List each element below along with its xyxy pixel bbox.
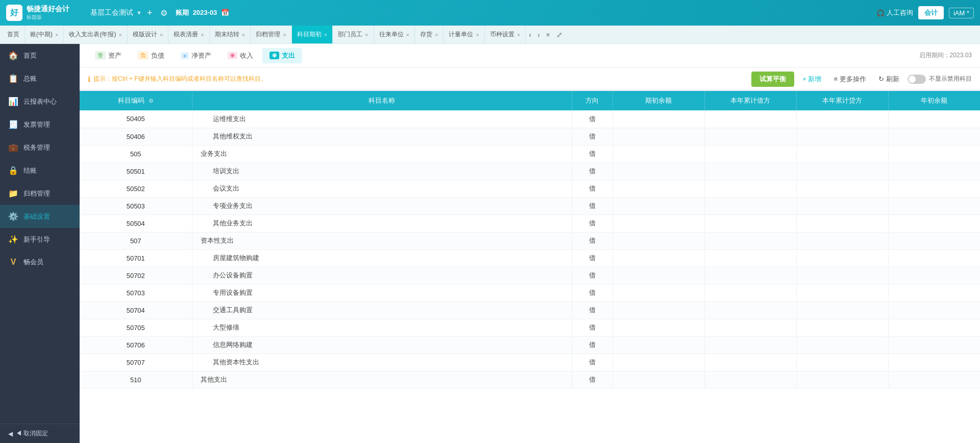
sub-tab-income[interactable]: ⊕ 收入 — [220, 48, 260, 63]
add-tab-button[interactable]: + — [147, 8, 153, 18]
project-selector[interactable]: 基层工会测试 ▼ — [90, 8, 142, 17]
tab-archive[interactable]: 归档管理 × — [251, 26, 291, 43]
close-icon[interactable]: × — [201, 32, 204, 38]
project-name: 基层工会测试 — [90, 8, 133, 17]
settings-icon[interactable]: ⚙ — [160, 8, 167, 18]
sidebar-item-tax[interactable]: 💼 税务管理 — [0, 136, 80, 159]
sidebar-item-ledger[interactable]: 📋 总账 — [0, 67, 80, 90]
user-role-button[interactable]: 会计 — [918, 6, 944, 19]
close-icon[interactable]: × — [160, 32, 163, 38]
sub-tab-asset[interactable]: 资 资产 — [88, 48, 129, 63]
tab-ledger[interactable]: 账(中期) × — [25, 26, 64, 43]
sub-tab-expenditure[interactable]: ⊕ 支出 — [262, 48, 302, 63]
tab-currency-label: 币种设置 — [490, 30, 514, 39]
sidebar-collapse-button[interactable]: ◀ ◀ 取消固定 — [0, 424, 80, 443]
sidebar-item-settings[interactable]: ⚙️ 基础设置 — [0, 205, 80, 228]
tab-scroll-left[interactable]: ‹ — [526, 26, 534, 43]
tab-income-label: 收入支出表(年报) — [69, 30, 116, 39]
more-icon: ≡ — [834, 75, 838, 83]
table-row[interactable]: 507 资本性支出 借 — [80, 232, 980, 249]
toggle-disabled-switch[interactable] — [908, 75, 926, 84]
tab-dept-staff[interactable]: 部门员工 × — [333, 26, 374, 43]
calendar-icon[interactable]: 📅 — [221, 9, 229, 16]
tab-unit[interactable]: 计量单位 × — [444, 26, 484, 43]
close-all-tabs-button[interactable]: × — [543, 26, 553, 43]
close-icon[interactable]: × — [283, 32, 286, 38]
sidebar-item-member[interactable]: V 畅会员 — [0, 251, 80, 273]
tab-tax[interactable]: 税表清册 × — [168, 26, 209, 43]
table-row[interactable]: 50501 培训支出 借 — [80, 162, 980, 180]
gear-icon[interactable]: ⚙ — [149, 98, 154, 104]
more-actions-button[interactable]: ≡ 更多操作 — [829, 73, 870, 86]
cell-ytd-debit — [704, 371, 796, 388]
refresh-button[interactable]: ↻ 刷新 — [874, 73, 903, 86]
table-row[interactable]: 50406 其他维权支出 借 — [80, 128, 980, 145]
expand-icon[interactable]: ⤢ — [553, 26, 566, 43]
guide-icon: ✨ — [8, 235, 18, 244]
table-row[interactable]: 50704 交通工具购置 借 — [80, 301, 980, 319]
table-row[interactable]: 50405 运维维支出 借 — [80, 110, 980, 128]
sidebar-item-invoice[interactable]: 🧾 发票管理 — [0, 113, 80, 136]
cell-name: 其他资本性支出 — [192, 354, 572, 371]
tab-ledger-label: 账(中期) — [30, 30, 53, 39]
tab-inventory[interactable]: 存货 × — [415, 26, 444, 43]
sub-tab-liability[interactable]: 负 负债 — [131, 48, 172, 63]
tab-scroll-right[interactable]: › — [534, 26, 543, 43]
tab-template[interactable]: 模版设计 × — [128, 26, 168, 43]
close-icon[interactable]: × — [476, 32, 479, 38]
cell-year-start — [888, 180, 980, 197]
cell-direction: 借 — [572, 197, 612, 215]
tab-home[interactable]: 首页 — [2, 26, 25, 43]
tab-income-report[interactable]: 收入支出表(年报) × — [64, 26, 127, 43]
tab-period-end[interactable]: 期末结转 × — [210, 26, 251, 43]
close-icon[interactable]: × — [242, 32, 245, 38]
sidebar-tax-label: 税务管理 — [23, 143, 50, 152]
close-icon[interactable]: × — [118, 32, 121, 38]
sidebar-item-guide[interactable]: ✨ 新手引导 — [0, 228, 80, 251]
cell-init-balance — [612, 249, 704, 267]
table-row[interactable]: 510 其他支出 借 — [80, 371, 980, 388]
cell-code: 50704 — [80, 301, 192, 319]
table-row[interactable]: 50703 专用设备购置 借 — [80, 284, 980, 301]
table-row[interactable]: 50702 办公设备购置 借 — [80, 267, 980, 284]
sidebar-item-archive[interactable]: 📁 归档管理 — [0, 182, 80, 205]
table-row[interactable]: 505 业务支出 借 — [80, 145, 980, 162]
col-header-ytd-credit: 本年累计贷方 — [796, 91, 888, 110]
close-icon[interactable]: × — [435, 32, 438, 38]
close-icon[interactable]: × — [324, 32, 327, 38]
tab-inventory-label: 存货 — [420, 30, 432, 39]
iab-label: iAM * — [949, 8, 974, 18]
cell-direction: 借 — [572, 162, 612, 180]
table-row[interactable]: 50503 专项业务支出 借 — [80, 197, 980, 215]
table-row[interactable]: 50701 房屋建筑物购建 借 — [80, 249, 980, 267]
tab-currency[interactable]: 币种设置 × — [485, 26, 526, 43]
cell-direction: 借 — [572, 128, 612, 145]
tab-counterpart[interactable]: 往来单位 × — [374, 26, 415, 43]
sub-tab-net-asset[interactable]: ≡ 净资产 — [174, 48, 218, 63]
cell-ytd-debit — [704, 336, 796, 354]
cell-ytd-debit — [704, 197, 796, 215]
close-icon[interactable]: × — [517, 32, 520, 38]
balance-button[interactable]: 试算平衡 — [751, 72, 794, 87]
table-row[interactable]: 50502 会议支出 借 — [80, 180, 980, 197]
table-row[interactable]: 50705 大型修缮 借 — [80, 319, 980, 336]
table-row[interactable]: 50706 信息网络购建 借 — [80, 336, 980, 354]
table-row[interactable]: 50504 其他业务支出 借 — [80, 215, 980, 232]
cell-ytd-credit — [796, 319, 888, 336]
cell-code: 50703 — [80, 284, 192, 301]
sidebar-item-home[interactable]: 🏠 首页 — [0, 44, 80, 67]
sidebar-item-reports[interactable]: 📊 云报表中心 — [0, 90, 80, 113]
table-row[interactable]: 50707 其他资本性支出 借 — [80, 354, 980, 371]
refresh-btn-label: 刷新 — [886, 75, 899, 84]
cell-name: 业务支出 — [192, 145, 572, 162]
tab-subject-init[interactable]: 科目期初 × — [292, 26, 333, 43]
service-button[interactable]: 🎧 人工咨询 — [876, 8, 913, 17]
close-icon[interactable]: × — [55, 32, 58, 38]
cell-year-start — [888, 232, 980, 249]
close-icon[interactable]: × — [365, 32, 368, 38]
cell-init-balance — [612, 128, 704, 145]
add-button[interactable]: + 新增 — [798, 73, 825, 86]
sidebar-item-close-book[interactable]: 🔒 结账 — [0, 159, 80, 182]
close-icon[interactable]: × — [406, 32, 409, 38]
cell-year-start — [888, 110, 980, 128]
